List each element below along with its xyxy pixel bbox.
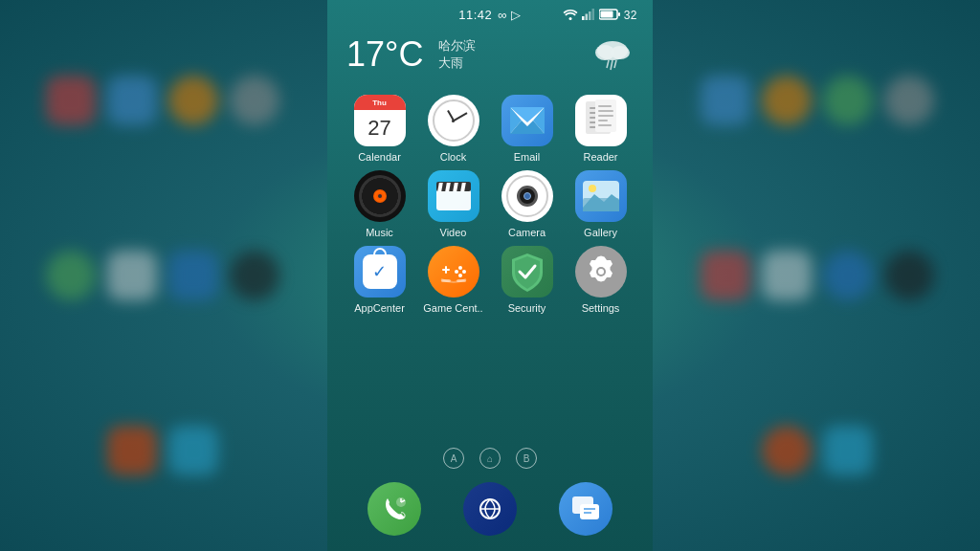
email-icon: [501, 95, 553, 146]
app-appcenter[interactable]: ✓ AppCenter: [346, 246, 413, 314]
music-center: [373, 189, 387, 203]
svg-rect-43: [445, 266, 447, 274]
gallery-label: Gallery: [568, 227, 635, 238]
calendar-label: Calendar: [346, 151, 413, 163]
bg-left-blur: [0, 0, 325, 551]
security-icon: [501, 246, 553, 298]
app-row-1: Thu 27 Calendar Clock: [343, 95, 637, 163]
clock-minute-hand: [453, 112, 467, 121]
dock-browser-button[interactable]: [463, 482, 517, 536]
weather-cloud-icon: [591, 33, 634, 76]
calendar-date: 27: [368, 118, 390, 139]
music-label: Music: [346, 227, 413, 238]
clock-center-dot: [452, 120, 455, 122]
shopping-bag: ✓: [363, 254, 397, 289]
calendar-header: Thu: [354, 95, 406, 110]
appcenter-label: AppCenter: [346, 302, 413, 314]
settings-icon: [575, 246, 627, 298]
dock-phone-button[interactable]: [368, 482, 421, 536]
svg-rect-30: [598, 124, 612, 126]
clock-icon: [428, 95, 479, 146]
svg-rect-29: [598, 120, 608, 121]
app-row-3: ✓ AppCenter: [343, 246, 637, 314]
gamecenter-label: Game Cent..: [420, 302, 487, 314]
app-video[interactable]: Video: [420, 170, 487, 238]
gamecenter-icon: [428, 246, 479, 298]
svg-rect-3: [589, 11, 591, 20]
music-icon: [354, 170, 406, 222]
phone-screen: 11:42 ∞ ▷: [327, 0, 653, 551]
app-reader[interactable]: Reader: [568, 95, 635, 163]
camera-label: Camera: [494, 227, 561, 238]
weather-city: 哈尔滨 大雨: [438, 37, 476, 72]
svg-line-11: [607, 60, 609, 68]
bg-right-blur: [655, 0, 980, 551]
security-label: Security: [494, 302, 561, 314]
video-label: Video: [420, 227, 487, 238]
camera-body: [506, 175, 548, 217]
signal-icon: [582, 7, 595, 24]
camera-inner: [523, 192, 531, 200]
svg-point-0: [568, 17, 571, 20]
app-settings[interactable]: Settings: [568, 246, 635, 314]
reader-icon: [575, 95, 627, 146]
svg-rect-27: [598, 110, 613, 112]
svg-rect-28: [598, 115, 613, 117]
app-camera[interactable]: Camera: [494, 170, 561, 238]
weather-area: 17°C 哈尔滨 大雨: [327, 26, 653, 87]
svg-rect-4: [591, 9, 594, 20]
svg-line-12: [611, 60, 612, 70]
dock-messages-button[interactable]: [559, 482, 612, 536]
svg-point-47: [455, 270, 458, 274]
calendar-body: 27: [368, 110, 390, 146]
svg-rect-31: [436, 189, 471, 210]
svg-rect-58: [580, 504, 599, 519]
nav-dots: A ⌂ B: [327, 442, 653, 474]
clock-label: Clock: [420, 151, 487, 163]
music-dot: [378, 194, 382, 198]
app-security[interactable]: Security: [494, 246, 561, 314]
bag-check-mark: ✓: [372, 263, 387, 280]
app-music[interactable]: Music: [346, 170, 413, 238]
bottom-dock: [327, 474, 653, 551]
video-icon: [428, 170, 479, 222]
svg-rect-1: [582, 16, 585, 20]
clock-face: [433, 99, 475, 142]
app-gamecenter[interactable]: Game Cent..: [420, 246, 487, 314]
svg-rect-7: [618, 12, 620, 16]
status-bar: 11:42 ∞ ▷: [327, 0, 653, 26]
app-grid: Thu 27 Calendar Clock: [327, 87, 653, 442]
app-clock[interactable]: Clock: [420, 95, 487, 163]
app-calendar[interactable]: Thu 27 Calendar: [346, 95, 413, 163]
nav-dot-b[interactable]: B: [516, 448, 537, 469]
svg-point-51: [598, 269, 604, 275]
settings-label: Settings: [568, 302, 635, 314]
gallery-icon: [575, 170, 627, 222]
bag-handle: [373, 248, 387, 255]
svg-line-13: [614, 60, 616, 68]
nav-dot-a[interactable]: A: [443, 448, 464, 469]
camera-lens: [517, 186, 538, 207]
battery-level: 32: [624, 9, 637, 22]
wifi-icon: [563, 7, 578, 24]
svg-point-40: [589, 185, 596, 192]
status-infinity: ∞ ▷: [498, 8, 521, 22]
calendar-icon: Thu 27: [354, 95, 406, 146]
weather-temp: 17°C: [346, 34, 423, 75]
svg-rect-26: [598, 105, 612, 107]
app-gallery[interactable]: Gallery: [568, 170, 635, 238]
svg-rect-2: [585, 13, 588, 20]
nav-dot-home[interactable]: ⌂: [479, 448, 501, 469]
svg-point-44: [458, 266, 462, 270]
battery-icon: [599, 7, 620, 24]
svg-point-45: [462, 270, 466, 274]
svg-point-10: [611, 46, 630, 59]
music-record: [359, 175, 401, 217]
appcenter-icon: ✓: [354, 246, 406, 298]
status-icons: 32: [563, 7, 637, 24]
svg-point-46: [458, 274, 462, 277]
app-email[interactable]: Email: [494, 95, 561, 163]
camera-icon: [501, 170, 553, 222]
svg-rect-6: [600, 11, 612, 17]
reader-label: Reader: [568, 151, 635, 163]
